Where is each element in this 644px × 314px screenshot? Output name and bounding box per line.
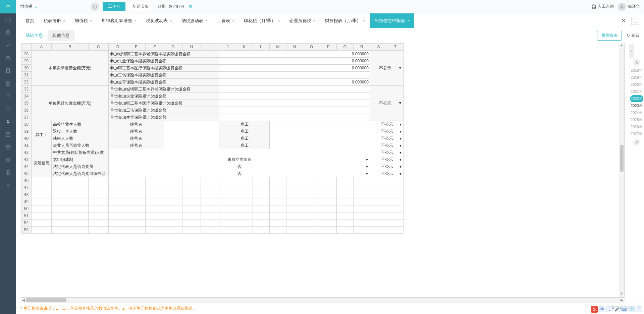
cell[interactable] [164,205,182,212]
cell[interactable] [286,198,303,205]
value-cell[interactable] [219,107,370,114]
close-icon[interactable]: × [205,18,208,23]
value-cell[interactable] [270,128,370,135]
close-icon[interactable]: × [134,18,137,23]
cell[interactable] [286,227,303,234]
col-header-Q[interactable]: Q [337,44,354,51]
value-cell[interactable] [270,121,370,128]
cell[interactable] [320,191,337,198]
cell[interactable] [89,184,109,191]
cell[interactable] [164,198,182,205]
tab-9[interactable]: 财务报表（月/季）× [320,13,370,28]
cell[interactable] [286,212,303,219]
year-chip[interactable]: 2018年 [630,67,643,74]
value-cell[interactable] [270,142,370,149]
nav-home-icon[interactable] [0,13,16,26]
row-header[interactable]: 47 [21,184,32,191]
cell[interactable] [370,191,387,198]
close-all-tabs-button[interactable]: ✕ [619,17,627,25]
value-cell[interactable]: 0.000000 [219,58,370,65]
dropdown-cell[interactable]: 不公示▼ [370,128,404,135]
cell[interactable] [337,198,354,205]
cell[interactable] [52,205,89,212]
year-chip[interactable]: 2019年 [630,74,643,81]
col-header-D[interactable]: D [109,44,127,51]
cell[interactable] [387,212,404,219]
cell[interactable] [354,219,370,227]
ime-button[interactable]: 🎤 [614,306,620,312]
cell[interactable] [387,219,404,227]
cell[interactable] [32,184,52,191]
dropdown-cell[interactable]: 不公示▼ [370,149,404,156]
cell[interactable] [370,184,387,191]
row-header[interactable]: 49 [21,198,32,205]
dropdown-cell[interactable]: 不公示▼ [370,163,404,170]
nav-inbox-icon[interactable] [0,141,16,153]
dropdown-cell[interactable]: 不公示▼ [370,121,404,128]
cell[interactable] [219,184,236,191]
cell[interactable] [52,227,89,234]
cell[interactable] [127,198,146,205]
tab-3[interactable]: 所得税汇算清缴× [97,13,141,28]
cell[interactable] [354,212,370,219]
scroll-up-icon[interactable]: ▲ [619,43,624,49]
cell[interactable] [109,177,127,184]
cell[interactable] [52,184,89,191]
cell[interactable] [127,227,146,234]
cell[interactable] [320,205,337,212]
cell[interactable] [387,191,404,198]
row-header[interactable]: 28 [21,51,32,58]
cell[interactable] [32,219,52,227]
cell[interactable] [303,205,320,212]
value-cell[interactable] [164,128,219,135]
help-link[interactable]: 🎧 人工咨询 [591,4,614,9]
col-header-I[interactable]: I [201,44,219,51]
nav-bowl-icon[interactable] [0,115,16,128]
cell[interactable] [370,212,387,219]
cell[interactable] [32,198,52,205]
cell[interactable] [201,212,219,219]
col-header-K[interactable]: K [236,44,253,51]
cell[interactable] [32,191,52,198]
cell[interactable] [109,191,127,198]
ime-button[interactable]: 👕 [629,306,635,312]
grid-corner[interactable] [21,44,32,51]
dropdown-cell[interactable]: 不公示▼ [370,170,404,177]
row-header[interactable]: 46 [21,177,32,184]
ime-button[interactable]: ⠿ [636,306,642,312]
publish-cell[interactable]: 不公示 ▼ [370,86,404,121]
row-header[interactable]: 35 [21,100,32,107]
cell[interactable] [201,191,219,198]
expand-tabs-button[interactable]: ⛶ [631,17,639,25]
cell[interactable] [146,212,164,219]
spreadsheet-grid[interactable]: ABCDEFGHIJKLMNOPQRST28本期实际缴费金额(万元)参加城镇职工… [21,43,625,297]
year-chip[interactable]: 2023年 [630,102,643,109]
cell[interactable] [370,198,387,205]
subtab-basic-info[interactable]: 基础信息 [21,30,48,41]
cell[interactable] [219,177,236,184]
cell[interactable] [236,177,253,184]
cell[interactable] [109,205,127,212]
col-header-O[interactable]: O [303,44,320,51]
cell[interactable] [127,219,146,227]
cell[interactable] [219,205,236,212]
cell[interactable] [253,227,270,234]
close-icon[interactable]: × [313,18,316,23]
cell[interactable] [146,219,164,227]
note-icon-button[interactable] [91,2,99,11]
rail-collapse-handle[interactable]: ‹ [629,44,634,58]
cell[interactable] [270,212,286,219]
cell[interactable] [236,184,253,191]
value-cell[interactable] [164,121,219,128]
cell[interactable] [387,198,404,205]
col-header-A[interactable]: A [32,44,52,51]
cell[interactable] [253,219,270,227]
value-cell[interactable] [219,72,370,79]
row-header[interactable]: 45 [21,170,32,177]
cell[interactable] [387,177,404,184]
value-cell[interactable] [164,142,219,149]
row-header[interactable]: 44 [21,163,32,170]
cell[interactable] [370,177,387,184]
tab-10[interactable]: 年报信息申报表× [370,13,414,28]
cell[interactable] [303,219,320,227]
